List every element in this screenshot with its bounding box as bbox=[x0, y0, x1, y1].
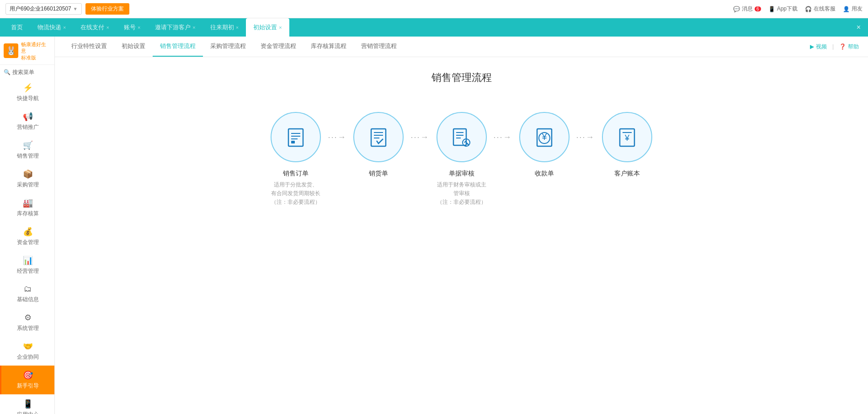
sidebar-item-label: 销售管理 bbox=[17, 152, 39, 160]
svg-text:¥: ¥ bbox=[624, 133, 630, 143]
process-circle-sales-order[interactable] bbox=[271, 112, 321, 162]
sub-tab-inventory-flow[interactable]: 库存核算流程 bbox=[304, 37, 354, 57]
nav-tab-account[interactable]: 账号× bbox=[117, 18, 148, 37]
sidebar-item-label: 基础信息 bbox=[17, 296, 39, 303]
nav-tab-payment[interactable]: 在线支付× bbox=[73, 18, 116, 37]
sub-tabs: 行业特性设置初始设置销售管理流程采购管理流程资金管理流程库存核算流程营销管理流程… bbox=[55, 37, 868, 57]
close-tab-icon[interactable]: × bbox=[279, 25, 282, 30]
sidebar-logo: 🐰 畅康通好生意 标准版 bbox=[0, 37, 54, 65]
sidebar-item-system[interactable]: ⚙ 系统管理 bbox=[0, 308, 54, 337]
sidebar-item-marketing-promo[interactable]: 📢 营销推广 bbox=[0, 107, 54, 136]
nav-tab-label: 在线支付 bbox=[80, 23, 104, 32]
process-step-desc-document-review: 适用于财务审核或主管审核（注：非必要流程） bbox=[437, 180, 486, 207]
close-tab-icon[interactable]: × bbox=[192, 25, 195, 30]
inventory-icon: 🏭 bbox=[23, 198, 33, 208]
sidebar-item-operations[interactable]: 📊 经营管理 bbox=[0, 251, 54, 280]
nav-tab-label: 账号 bbox=[124, 23, 136, 32]
service-icon: 🎧 bbox=[805, 6, 812, 12]
purchase-icon: 📦 bbox=[23, 169, 33, 179]
sidebar-item-sales[interactable]: 🛒 销售管理 bbox=[0, 136, 54, 165]
close-tab-icon[interactable]: × bbox=[63, 25, 66, 30]
nav-tab-home[interactable]: 首页 bbox=[4, 18, 30, 37]
svg-rect-4 bbox=[291, 141, 295, 143]
app-download-button[interactable]: 📱 App下载 bbox=[768, 5, 798, 13]
help-icon: ❓ bbox=[839, 43, 846, 50]
sidebar-item-inventory[interactable]: 🏭 库存核算 bbox=[0, 193, 54, 222]
process-circle-customer-account[interactable]: ¥ bbox=[602, 112, 652, 162]
trial-button[interactable]: 体验行业方案 bbox=[85, 3, 129, 15]
sidebar-item-label: 系统管理 bbox=[17, 324, 39, 332]
process-step-desc-sales-order: 适用于分批发货、有合同发货周期较长（注：非必要流程） bbox=[271, 180, 320, 207]
sidebar-search[interactable]: 🔍 搜索菜单 bbox=[0, 65, 54, 78]
sidebar-item-enterprise-collab[interactable]: 🤝 企业协同 bbox=[0, 337, 54, 366]
sales-icon: 🛒 bbox=[23, 140, 33, 150]
svg-rect-9 bbox=[453, 129, 466, 145]
nav-tab-label: 初始设置 bbox=[253, 23, 277, 32]
sidebar-item-label: 采购管理 bbox=[17, 181, 39, 189]
message-icon: 💬 bbox=[733, 6, 740, 12]
sidebar-item-label: 经营管理 bbox=[17, 267, 39, 275]
main-layout: 🐰 畅康通好生意 标准版 🔍 搜索菜单 ⚡ 快捷导航 📢 营销推广 🛒 销售管理… bbox=[0, 37, 868, 414]
content-area: 行业特性设置初始设置销售管理流程采购管理流程资金管理流程库存核算流程营销管理流程… bbox=[55, 37, 868, 414]
help-link[interactable]: ❓ 帮助 bbox=[839, 43, 859, 51]
sub-tab-marketing-flow[interactable]: 营销管理流程 bbox=[354, 37, 404, 57]
sub-tab-industry[interactable]: 行业特性设置 bbox=[64, 37, 114, 57]
sub-tab-sales-flow[interactable]: 销售管理流程 bbox=[153, 37, 203, 57]
nav-tab-label: 物流快递 bbox=[37, 23, 61, 32]
sub-tab-finance-flow[interactable]: 资金管理流程 bbox=[253, 37, 304, 57]
process-circle-document-review[interactable] bbox=[437, 112, 487, 162]
user-menu-button[interactable]: 👤 用友 bbox=[843, 5, 863, 13]
nav-tab-period[interactable]: 往来期初× bbox=[203, 18, 246, 37]
nav-tab-init[interactable]: 初始设置× bbox=[246, 18, 289, 37]
quick-nav-icon: ⚡ bbox=[23, 83, 33, 93]
marketing-promo-icon: 📢 bbox=[23, 111, 33, 122]
enterprise-collab-icon: 🤝 bbox=[23, 341, 33, 351]
sidebar-item-finance[interactable]: 💰 资金管理 bbox=[0, 222, 54, 251]
sidebar-item-app-center[interactable]: 📱 应用中心 bbox=[0, 394, 54, 414]
process-step-name-delivery-order: 销货单 bbox=[369, 170, 388, 178]
process-step-name-sales-order: 销售订单 bbox=[283, 170, 309, 178]
sidebar-item-label: 企业协同 bbox=[17, 353, 39, 361]
sidebar-item-label: 新手引导 bbox=[17, 382, 39, 390]
app-center-icon: 📱 bbox=[23, 399, 33, 409]
sidebar: 🐰 畅康通好生意 标准版 🔍 搜索菜单 ⚡ 快捷导航 📢 营销推广 🛒 销售管理… bbox=[0, 37, 55, 414]
process-circle-delivery-order[interactable] bbox=[353, 112, 404, 162]
process-step-receipt: ¥ 收款单 bbox=[508, 112, 581, 180]
sidebar-item-new-guide[interactable]: 🎯 新手引导 bbox=[0, 366, 54, 394]
message-button[interactable]: 💬 消息 6 bbox=[733, 5, 761, 13]
process-step-customer-account: ¥ 客户账本 bbox=[591, 112, 664, 180]
app-icon: 📱 bbox=[768, 6, 775, 12]
close-tab-icon[interactable]: × bbox=[236, 25, 239, 30]
top-bar-left: 用户690企业1660120507 ▼ 体验行业方案 bbox=[5, 3, 129, 15]
close-tab-icon[interactable]: × bbox=[138, 25, 140, 30]
user-selector[interactable]: 用户690企业1660120507 ▼ bbox=[5, 3, 82, 15]
top-bar: 用户690企业1660120507 ▼ 体验行业方案 💬 消息 6 📱 App下… bbox=[0, 0, 868, 18]
sidebar-items: ⚡ 快捷导航 📢 营销推广 🛒 销售管理 📦 采购管理 🏭 库存核算 💰 资金管… bbox=[0, 78, 54, 414]
nav-tab-label: 首页 bbox=[11, 23, 23, 32]
sub-tab-init-settings[interactable]: 初始设置 bbox=[114, 37, 153, 57]
close-all-tabs-button[interactable]: × bbox=[853, 23, 864, 32]
sub-tab-purchase-flow[interactable]: 采购管理流程 bbox=[203, 37, 253, 57]
close-tab-icon[interactable]: × bbox=[106, 25, 109, 30]
search-icon: 🔍 bbox=[4, 69, 11, 75]
process-flow: 销售订单 适用于分批发货、有合同发货周期较长（注：非必要流程） ···→ 销货单… bbox=[64, 112, 859, 207]
nav-tab-logistics[interactable]: 物流快递× bbox=[30, 18, 73, 37]
system-icon: ⚙ bbox=[24, 313, 32, 323]
chevron-down-icon: ▼ bbox=[73, 6, 78, 11]
sidebar-item-base-info[interactable]: 🗂 基础信息 bbox=[0, 280, 54, 308]
process-circle-receipt[interactable]: ¥ bbox=[519, 112, 570, 162]
process-title: 销售管理流程 bbox=[431, 71, 492, 85]
sidebar-item-quick-nav[interactable]: ⚡ 快捷导航 bbox=[0, 78, 54, 107]
process-step-sales-order: 销售订单 适用于分批发货、有合同发货周期较长（注：非必要流程） bbox=[259, 112, 332, 207]
play-icon: ▶ bbox=[810, 43, 814, 50]
sub-tab-actions: ▶ 视频 | ❓ 帮助 bbox=[810, 43, 859, 51]
user-label: 用户690企业1660120507 bbox=[10, 5, 71, 13]
sidebar-item-purchase[interactable]: 📦 采购管理 bbox=[0, 165, 54, 193]
process-step-delivery-order: 销货单 bbox=[342, 112, 415, 180]
process-step-name-customer-account: 客户账本 bbox=[614, 170, 640, 178]
operations-icon: 📊 bbox=[23, 255, 33, 265]
online-service-button[interactable]: 🎧 在线客服 bbox=[805, 5, 836, 13]
video-link[interactable]: ▶ 视频 bbox=[810, 43, 827, 51]
nav-tab-invite[interactable]: 邀请下游客户× bbox=[148, 18, 202, 37]
message-badge: 6 bbox=[755, 6, 761, 11]
